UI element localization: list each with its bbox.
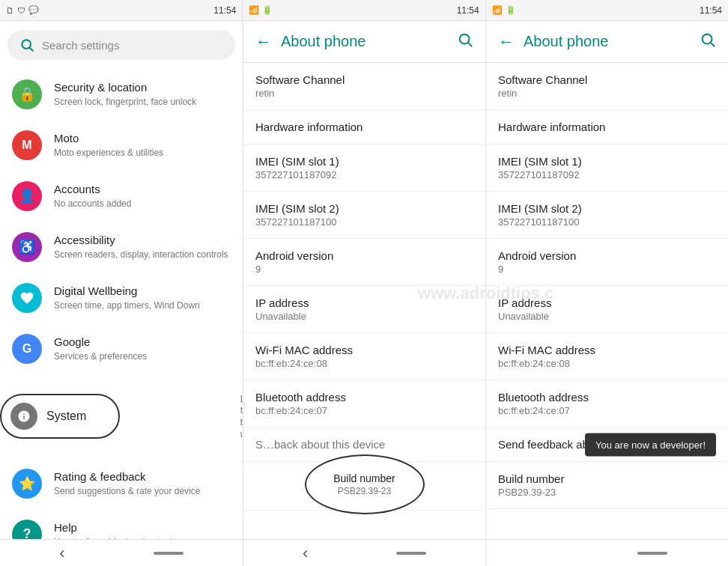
battery-icon-2: 🔋	[506, 5, 516, 15]
bluetooth-label-2: Bluetooth address	[498, 391, 716, 404]
sidebar-item-accessibility[interactable]: ♿ Accessibility Screen readers, display,…	[0, 222, 243, 273]
rating-text: Rating & feedback Send suggestions & rat…	[54, 469, 231, 497]
info-software-channel-1: Software Channel retin	[243, 63, 485, 110]
svg-line-1	[30, 48, 34, 52]
security-title: Security & location	[54, 80, 231, 95]
system-subtitle: Languages, time, backup, updates	[240, 394, 243, 440]
android-label: Android version	[255, 249, 473, 262]
sidebar-item-system[interactable]: System System Languages, time, backup, u…	[0, 374, 243, 458]
info-bluetooth-2: Bluetooth address bc:ff:eb:24:ce:07	[486, 380, 728, 427]
shield-icon: 🛡	[17, 6, 25, 15]
nav-home-panel2[interactable]	[637, 552, 667, 555]
nav-back-panel1[interactable]: ‹	[303, 544, 308, 563]
battery-icon: 🔋	[262, 5, 273, 15]
security-subtitle: Screen lock, fingerprint, face unlock	[54, 97, 231, 109]
back-arrow-2[interactable]: ←	[498, 32, 515, 52]
moto-icon: M	[12, 130, 42, 160]
accounts-title: Accounts	[54, 182, 231, 197]
google-subtitle: Services & preferences	[54, 351, 231, 363]
nav-home-left[interactable]	[154, 552, 183, 555]
message-icon: 💬	[28, 5, 39, 15]
sidebar-item-digital-wellbeing[interactable]: Digital Wellbeing Screen time, app timer…	[0, 273, 243, 323]
rating-title: Rating & feedback	[54, 469, 231, 484]
sidebar-item-security[interactable]: 🔒 Security & location Screen lock, finge…	[0, 69, 243, 120]
about-panel-1: ← About phone Software Channel retin Har…	[243, 21, 486, 566]
security-icon: 🔒	[12, 79, 42, 109]
info-value: retin	[255, 88, 473, 99]
status-icons-1: 🗋 🛡 💬	[6, 5, 39, 15]
accessibility-title: Accessibility	[54, 233, 231, 248]
info-feedback-2[interactable]: Send feedback about this device You are …	[486, 427, 728, 462]
sidebar-item-help[interactable]: ? Help How-to & troubleshooting topics	[0, 509, 243, 539]
wifi-value: bc:ff:eb:24:ce:08	[255, 358, 473, 369]
info-imei1-2: IMEI (SIM slot 1) 357227101187092	[486, 144, 728, 192]
system-text: System	[46, 409, 109, 424]
rating-icon: ⭐	[12, 469, 42, 499]
wifi-label: Wi-Fi MAC address	[255, 344, 473, 356]
imei1-value-2: 357227101187092	[498, 169, 716, 180]
accounts-subtitle: No accounts added	[54, 198, 231, 210]
imei2-label-2: IMEI (SIM slot 2)	[498, 202, 716, 215]
status-icons-3: 📶 🔋	[492, 5, 516, 15]
svg-line-3	[468, 43, 472, 46]
ip-value: Unavailable	[255, 311, 473, 322]
imei2-value-2: 357227101187100	[498, 216, 716, 228]
sidebar-item-rating[interactable]: ⭐ Rating & feedback Send suggestions & r…	[0, 458, 243, 509]
back-arrow-1[interactable]: ←	[255, 32, 272, 52]
info-android-2: Android version 9	[486, 239, 728, 286]
system-text-visible: Languages, time, backup, updates	[240, 394, 243, 440]
sidebar-item-google[interactable]: G Google Services & preferences	[0, 323, 243, 374]
info-build-2[interactable]: Build number PSB29.39-23	[486, 462, 728, 509]
status-time-1: 11:54	[213, 5, 236, 16]
info-hardware-2[interactable]: Hardware information	[486, 110, 728, 144]
moto-subtitle: Moto experiences & utilities	[54, 147, 231, 159]
settings-list: 🔒 Security & location Screen lock, finge…	[0, 69, 243, 539]
about-panel-2: ← About phone Software Channel retin Har…	[486, 21, 728, 566]
android-value: 9	[255, 264, 473, 275]
status-section-1: 🗋 🛡 💬 11:54	[0, 0, 243, 20]
right-panels: www.adroidtips.c ← About phone Software …	[243, 21, 728, 566]
moto-title: Moto	[54, 131, 231, 146]
google-icon: G	[12, 334, 42, 364]
bluetooth-value-2: bc:ff:eb:24:ce:07	[498, 405, 716, 416]
search-btn-1[interactable]	[457, 31, 473, 52]
info-ip-1: IP address Unavailable	[243, 286, 485, 333]
sidebar-item-moto[interactable]: M Moto Moto experiences & utilities	[0, 120, 243, 171]
android-value-2: 9	[498, 264, 716, 275]
wifi-label-2: Wi-Fi MAC address	[498, 344, 716, 356]
search-btn-2[interactable]	[700, 31, 716, 52]
accessibility-icon: ♿	[12, 232, 42, 262]
info-bluetooth-1: Bluetooth address bc:ff:eb:24:ce:07	[243, 380, 485, 427]
build-label-2: Build number	[498, 472, 716, 485]
signal-icon: 📶	[249, 5, 259, 15]
nav-back-left[interactable]: ‹	[59, 544, 64, 563]
status-time-3: 11:54	[700, 5, 722, 16]
info-label: Software Channel	[255, 73, 473, 86]
bluetooth-value: bc:ff:eb:24:ce:07	[255, 405, 473, 416]
info-hardware-1[interactable]: Hardware information	[243, 110, 485, 144]
sidebar-item-accounts[interactable]: 👤 Accounts No accounts added	[0, 171, 243, 222]
info-imei2-2: IMEI (SIM slot 2) 357227101187100	[486, 192, 728, 239]
imei1-value: 357227101187092	[255, 169, 473, 180]
status-bar: 🗋 🛡 💬 11:54 📶 🔋 11:54 📶 🔋 11:54	[0, 0, 728, 21]
info-ip-2: IP address Unavailable	[486, 286, 728, 333]
info-wifi-1: Wi-Fi MAC address bc:ff:eb:24:ce:08	[243, 333, 485, 380]
imei1-label-2: IMEI (SIM slot 1)	[498, 155, 716, 168]
info-imei1-1: IMEI (SIM slot 1) 357227101187092	[243, 144, 485, 192]
help-icon: ?	[12, 520, 42, 539]
main-layout: Search settings 🔒 Security & location Sc…	[0, 21, 728, 566]
toast-message: You are now a developer!	[595, 439, 706, 450]
accessibility-text: Accessibility Screen readers, display, i…	[54, 233, 231, 261]
svg-line-5	[711, 43, 715, 46]
hardware-label-2: Hardware information	[498, 121, 716, 133]
file-icon: 🗋	[6, 6, 14, 15]
search-bar[interactable]: Search settings	[7, 30, 235, 60]
info-build-1[interactable]: Build number PSB29.39-23	[243, 462, 485, 511]
build-value-2: PSB29.39-23	[498, 487, 716, 498]
google-title: Google	[54, 335, 231, 350]
system-circle-icon	[10, 403, 37, 430]
nav-home-panel1[interactable]	[396, 552, 426, 555]
google-text: Google Services & preferences	[54, 335, 231, 362]
imei2-label: IMEI (SIM slot 2)	[255, 202, 473, 215]
svg-point-2	[460, 34, 470, 44]
